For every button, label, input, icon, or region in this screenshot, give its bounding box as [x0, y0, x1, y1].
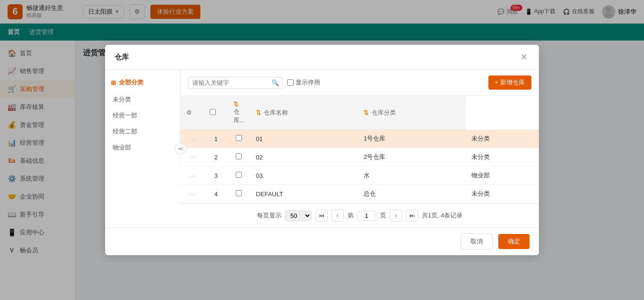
- search-box: 🔍: [188, 77, 282, 89]
- row-index-0: 1: [204, 130, 228, 148]
- col-code-label: 仓库...: [233, 108, 245, 124]
- row-index-2: 3: [204, 167, 228, 185]
- modal-table-wrapper: ⚙ ⇅ 仓库... ⇅: [181, 96, 539, 203]
- col-header-code: ⇅ 仓库...: [228, 96, 250, 130]
- modal-cat-ops1[interactable]: 经营一部: [105, 108, 180, 124]
- modal-body: ⊞ 全部分类 未分类 经营一部 经营二部 物业部 ≪ 🔍: [105, 70, 539, 227]
- row-category-2: 物业部: [466, 167, 539, 185]
- modal-title: 仓库: [115, 53, 129, 62]
- row-name-1: 2号仓库: [358, 148, 465, 167]
- show-disabled-checkbox[interactable]: [287, 79, 294, 86]
- confirm-button[interactable]: 确定: [498, 234, 529, 249]
- add-warehouse-button[interactable]: + 新增仓库: [488, 75, 531, 90]
- row-name-3: 总仓: [358, 185, 465, 203]
- prev-page-button[interactable]: ‹: [331, 209, 344, 222]
- row-gear-2[interactable]: ···: [181, 167, 204, 185]
- cancel-button[interactable]: 取消: [461, 233, 493, 250]
- per-page-label: 每页显示: [257, 211, 281, 220]
- row-index-3: 4: [204, 185, 228, 203]
- table-header-row: ⚙ ⇅ 仓库... ⇅: [181, 96, 539, 130]
- row-code-1: 02: [250, 148, 358, 167]
- page-summary: 共1页, 4条记录: [422, 211, 463, 220]
- search-input[interactable]: [192, 79, 272, 86]
- per-page-select[interactable]: 50 1020100: [285, 210, 312, 221]
- page-input[interactable]: [357, 211, 376, 221]
- table-row[interactable]: ··· 4 DEFAULT 总仓 未分类: [181, 185, 539, 203]
- warehouse-table: ⚙ ⇅ 仓库... ⇅: [181, 96, 539, 203]
- row-code-2: 03: [250, 167, 358, 185]
- next-page-button[interactable]: ›: [390, 209, 402, 222]
- row-checkbox-cell-1: [228, 148, 250, 167]
- table-row[interactable]: ··· 1 01 1号仓库 未分类: [181, 130, 539, 148]
- modal-cat-unclassified[interactable]: 未分类: [105, 92, 180, 108]
- row-category-1: 未分类: [466, 148, 539, 167]
- row-index-1: 2: [204, 148, 228, 167]
- grid-icon: ⊞: [111, 79, 116, 86]
- modal-sidebar-wrapper: ⊞ 全部分类 未分类 经营一部 经营二部 物业部 ≪: [105, 70, 181, 227]
- first-page-button[interactable]: ⏮: [315, 209, 328, 222]
- row-more-icon-1[interactable]: ···: [190, 154, 195, 161]
- col-header-checkbox: [204, 96, 228, 130]
- sort-name-icon: ⇅: [256, 109, 261, 116]
- row-category-3: 未分类: [466, 185, 539, 203]
- col-header-name: ⇅ 仓库名称: [250, 96, 358, 130]
- modal-toolbar: 🔍 显示停用 + 新增仓库: [181, 70, 539, 96]
- row-more-icon-2[interactable]: ···: [190, 172, 195, 179]
- row-checkbox-0[interactable]: [236, 135, 242, 141]
- page-label: 第: [347, 211, 354, 220]
- row-code-3: DEFAULT: [250, 185, 358, 203]
- row-more-icon-0[interactable]: ···: [190, 135, 195, 142]
- sidebar-collapse-button[interactable]: ≪: [175, 143, 186, 154]
- col-name-label: 仓库名称: [264, 109, 288, 116]
- table-row[interactable]: ··· 3 03 水 物业部: [181, 167, 539, 185]
- col-header-category: ⇅ 仓库分类: [358, 96, 465, 130]
- row-gear-3[interactable]: ···: [181, 185, 204, 203]
- col-header-gear: ⚙: [181, 96, 204, 130]
- select-all-checkbox[interactable]: [210, 109, 216, 115]
- modal-sidebar-header: ⊞ 全部分类: [105, 75, 180, 92]
- row-checkbox-1[interactable]: [236, 153, 242, 159]
- modal-sidebar-header-label: 全部分类: [119, 78, 143, 87]
- last-page-button[interactable]: ⏭: [406, 209, 418, 222]
- modal-footer: 取消 确定: [105, 227, 539, 255]
- modal-cat-ops2[interactable]: 经营二部: [105, 124, 180, 140]
- col-category-label: 仓库分类: [372, 109, 396, 116]
- row-code-0: 01: [250, 130, 358, 148]
- gear-icon: ⚙: [186, 109, 192, 116]
- modal-overlay: 仓库 ✕ ⊞ 全部分类 未分类 经营一部 经营二部 物业部 ≪: [0, 0, 644, 300]
- modal-close-button[interactable]: ✕: [518, 51, 529, 63]
- modal-header: 仓库 ✕: [105, 45, 539, 70]
- row-name-0: 1号仓库: [358, 130, 465, 148]
- show-disabled-label: 显示停用: [287, 78, 320, 87]
- modal-sidebar: ⊞ 全部分类 未分类 经营一部 经营二部 物业部: [105, 70, 181, 161]
- row-category-0: 未分类: [466, 130, 539, 148]
- warehouse-modal: 仓库 ✕ ⊞ 全部分类 未分类 经营一部 经营二部 物业部 ≪: [105, 45, 539, 255]
- row-name-2: 水: [358, 167, 465, 185]
- row-checkbox-cell-0: [228, 130, 250, 148]
- row-more-icon-3[interactable]: ···: [190, 191, 195, 198]
- sort-icon: ⇅: [233, 100, 239, 108]
- row-checkbox-cell-2: [228, 167, 250, 185]
- table-row[interactable]: ··· 2 02 2号仓库 未分类: [181, 148, 539, 167]
- page-unit: 页: [380, 211, 386, 220]
- row-checkbox-2[interactable]: [236, 172, 242, 178]
- modal-pagination: 每页显示 50 1020100 ⏮ ‹ 第 页 › ⏭ 共1页, 4条记录: [181, 203, 539, 227]
- row-checkbox-3[interactable]: [236, 190, 242, 196]
- sort-cat-icon: ⇅: [363, 109, 369, 116]
- show-disabled-text: 显示停用: [296, 78, 320, 87]
- modal-cat-property[interactable]: 物业部: [105, 140, 180, 156]
- search-icon[interactable]: 🔍: [272, 79, 279, 86]
- row-checkbox-cell-3: [228, 185, 250, 203]
- modal-main-content: 🔍 显示停用 + 新增仓库 ⚙: [181, 70, 539, 227]
